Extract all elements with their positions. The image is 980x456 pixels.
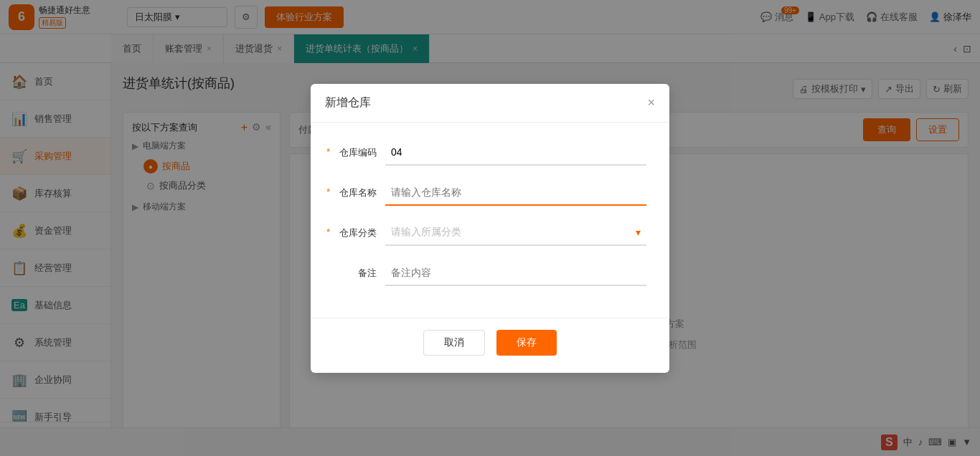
warehouse-name-row: 仓库名称 xyxy=(334,180,646,206)
warehouse-category-row: 仓库分类 请输入所属分类 ▾ xyxy=(334,220,646,246)
name-label: 仓库名称 xyxy=(334,186,377,199)
cancel-button[interactable]: 取消 xyxy=(423,330,485,356)
warehouse-name-input[interactable] xyxy=(385,180,646,206)
warehouse-note-input[interactable] xyxy=(385,260,646,286)
code-label: 仓库编码 xyxy=(334,146,377,159)
modal-title: 新增仓库 xyxy=(325,95,371,110)
add-warehouse-modal: 新增仓库 × 仓库编码 仓库名称 仓库分类 请输入所属分类 ▾ xyxy=(311,84,669,373)
note-label: 备注 xyxy=(334,267,377,280)
category-dropdown-icon: ▾ xyxy=(636,227,641,238)
category-placeholder: 请输入所属分类 xyxy=(391,226,461,239)
save-button[interactable]: 保存 xyxy=(496,330,557,356)
category-label: 仓库分类 xyxy=(334,227,377,239)
modal-overlay: 新增仓库 × 仓库编码 仓库名称 仓库分类 请输入所属分类 ▾ xyxy=(0,0,980,456)
warehouse-code-input[interactable] xyxy=(385,140,646,166)
warehouse-code-row: 仓库编码 xyxy=(334,140,646,166)
modal-close-button[interactable]: × xyxy=(647,95,655,110)
modal-footer: 取消 保存 xyxy=(311,318,669,373)
modal-header: 新增仓库 × xyxy=(311,84,669,123)
warehouse-note-row: 备注 xyxy=(334,260,646,286)
warehouse-category-select[interactable]: 请输入所属分类 ▾ xyxy=(385,220,646,246)
modal-body: 仓库编码 仓库名称 仓库分类 请输入所属分类 ▾ 备注 xyxy=(311,123,669,318)
